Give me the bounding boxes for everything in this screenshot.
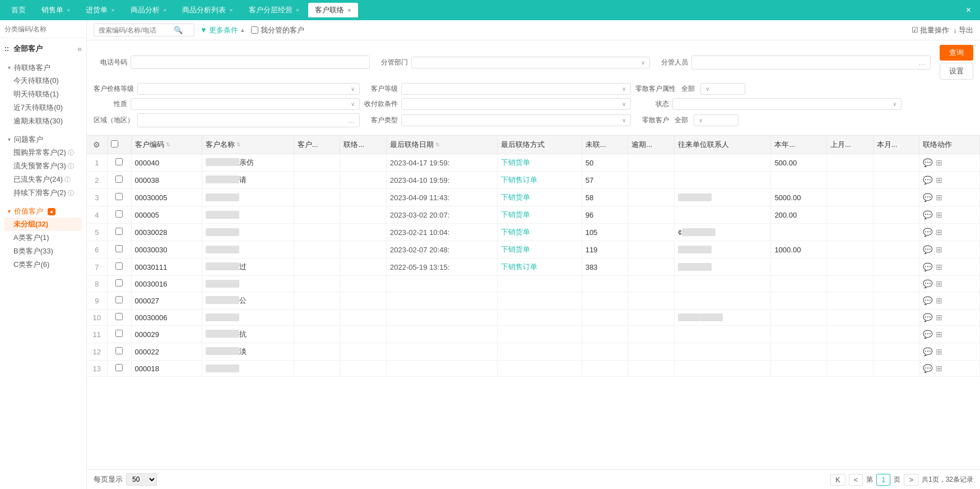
th-checkbox[interactable] (107, 136, 131, 154)
more-conditions-button[interactable]: ▼ 更多条件 ▲ (200, 25, 245, 35)
sidebar-item-overdue[interactable]: 逾期未联络(30) (4, 114, 82, 128)
row-checkbox-cell[interactable] (107, 172, 131, 189)
th-type[interactable]: 客户... (294, 136, 340, 154)
grid-action-icon[interactable]: ⊞ (936, 176, 942, 184)
sidebar-item-tomorrow[interactable]: 明天待联络(1) (4, 87, 82, 101)
filter-search-icon[interactable]: 🔍 (174, 26, 183, 34)
last-method-cell[interactable]: 下销售订单 (497, 259, 582, 276)
pending-group-header[interactable]: ▼ 待联络客户 (4, 61, 82, 74)
row-checkbox[interactable] (115, 296, 123, 303)
sidebar-item-b[interactable]: B类客户(33) (4, 245, 82, 258)
row-checkbox[interactable] (115, 176, 123, 183)
row-checkbox[interactable] (115, 364, 123, 371)
filter-region-select[interactable]: … (137, 113, 360, 127)
ellipsis-icon2[interactable]: … (347, 116, 355, 124)
th-unit-contact[interactable]: 往来单位联系人 (674, 136, 770, 154)
grid-action-icon[interactable]: ⊞ (936, 158, 942, 167)
last-method-cell[interactable]: 下销货单 (497, 224, 582, 241)
sidebar-item-churn-warning[interactable]: 流失预警客户(3) ⓘ (4, 159, 82, 173)
chat-icon[interactable]: 💬 (923, 296, 932, 305)
filter-customer-type-select[interactable]: ∨ (401, 114, 630, 126)
th-code[interactable]: 客户编码 ⇅ (131, 136, 202, 154)
my-customers-checkbox-container[interactable]: 我分管的客户 (251, 25, 304, 35)
grid-action-icon[interactable]: ⊞ (936, 279, 942, 288)
per-page-select[interactable]: 50 20 100 (126, 473, 157, 486)
last-method-cell[interactable] (497, 361, 582, 377)
chat-icon[interactable]: 💬 (923, 228, 932, 237)
row-checkbox-cell[interactable] (107, 276, 131, 292)
last-method-cell[interactable]: 下销货单 (497, 241, 582, 259)
row-checkbox[interactable] (115, 279, 123, 287)
row-checkbox[interactable] (115, 347, 123, 354)
chat-icon[interactable]: 💬 (923, 193, 932, 202)
nav-customer-segment[interactable]: 客户分层经营 × (242, 3, 306, 17)
nav-sales-close[interactable]: × (67, 7, 70, 13)
settings-icon[interactable]: ⚙ (93, 140, 100, 149)
row-checkbox[interactable] (115, 330, 123, 337)
chat-icon[interactable]: 💬 (923, 176, 932, 184)
contact-method-link[interactable]: 下销货单 (501, 210, 530, 219)
row-checkbox[interactable] (115, 245, 123, 252)
last-method-cell[interactable] (497, 292, 582, 310)
select-all-checkbox[interactable] (111, 140, 118, 147)
contact-method-link[interactable]: 下销货单 (501, 193, 530, 201)
last-method-cell[interactable] (497, 343, 582, 361)
last-method-cell[interactable]: 下销售订单 (497, 172, 582, 189)
row-checkbox-cell[interactable] (107, 241, 131, 259)
contact-method-link[interactable]: 下销货单 (501, 158, 530, 167)
nav-product-analysis-list[interactable]: 商品分析列表 × (175, 3, 239, 17)
grid-action-icon[interactable]: ⊞ (936, 313, 942, 322)
filter-manager-select[interactable]: … (691, 56, 931, 70)
filter-dept-select[interactable]: ∨ (411, 57, 651, 68)
th-name[interactable]: 客户名称 ⇅ (202, 136, 294, 154)
chat-icon[interactable]: 💬 (923, 347, 932, 356)
reset-button[interactable]: 设置 (940, 63, 973, 80)
nav-customer-contact-close[interactable]: × (347, 7, 351, 13)
contact-method-link[interactable]: 下销货单 (501, 245, 530, 253)
row-checkbox[interactable] (115, 210, 123, 218)
sidebar-search-input[interactable] (4, 25, 87, 33)
filter-price-level-select[interactable]: ∨ (137, 83, 360, 95)
my-customers-checkbox[interactable] (251, 26, 258, 34)
th-last-month[interactable]: 上月... (826, 136, 873, 154)
all-customers-header[interactable]: :: 全部客户 « (4, 41, 82, 56)
contact-method-link[interactable]: 下销货单 (501, 228, 530, 236)
grid-action-icon[interactable]: ⊞ (936, 364, 942, 373)
last-method-cell[interactable] (497, 326, 582, 343)
nav-purchase-close[interactable]: × (111, 7, 114, 13)
th-this-month[interactable]: 本月... (873, 136, 919, 154)
chat-icon[interactable]: 💬 (923, 364, 932, 373)
last-method-cell[interactable]: 下销货单 (497, 189, 582, 206)
filter-payment-select[interactable]: ∨ (401, 98, 630, 110)
nav-product-analysis-list-close[interactable]: × (229, 7, 233, 13)
filter-scattered-attr-select[interactable]: ∨ (700, 83, 745, 95)
problem-group-header[interactable]: ▼ 问题客户 (4, 132, 82, 146)
row-checkbox[interactable] (115, 262, 123, 270)
row-checkbox-cell[interactable] (107, 259, 131, 276)
value-group-header[interactable]: ▼ 价值客户 ● (4, 204, 82, 218)
nav-purchase[interactable]: 进货单 × (79, 3, 121, 17)
row-checkbox[interactable] (115, 193, 123, 200)
th-settings[interactable]: ⚙ (87, 136, 107, 154)
nav-home[interactable]: 首页 (4, 3, 32, 17)
grid-action-icon[interactable]: ⊞ (936, 193, 942, 202)
row-checkbox-cell[interactable] (107, 361, 131, 377)
nav-product-analysis-close[interactable]: × (163, 7, 166, 13)
nav-product-analysis[interactable]: 商品分析 × (124, 3, 173, 17)
next-page-button[interactable]: > (904, 474, 918, 486)
filter-customer-level-select[interactable]: ∨ (401, 83, 630, 95)
chat-icon[interactable]: 💬 (923, 158, 932, 167)
collapse-icon[interactable]: « (77, 44, 82, 53)
export-button[interactable]: ↓ 导出 (954, 25, 974, 35)
th-actions[interactable]: 联络动作 (919, 136, 980, 154)
sidebar-item-ungroup[interactable]: 未分组(32) (4, 218, 82, 231)
contact-method-link[interactable]: 下销售订单 (501, 176, 537, 184)
query-button[interactable]: 查询 (940, 45, 973, 61)
row-checkbox-cell[interactable] (107, 224, 131, 241)
grid-action-icon[interactable]: ⊞ (936, 210, 942, 219)
grid-action-icon[interactable]: ⊞ (936, 347, 942, 356)
chat-icon[interactable]: 💬 (923, 279, 932, 288)
th-overdue[interactable]: 逾期... (628, 136, 675, 154)
last-method-cell[interactable] (497, 310, 582, 326)
row-checkbox-cell[interactable] (107, 343, 131, 361)
